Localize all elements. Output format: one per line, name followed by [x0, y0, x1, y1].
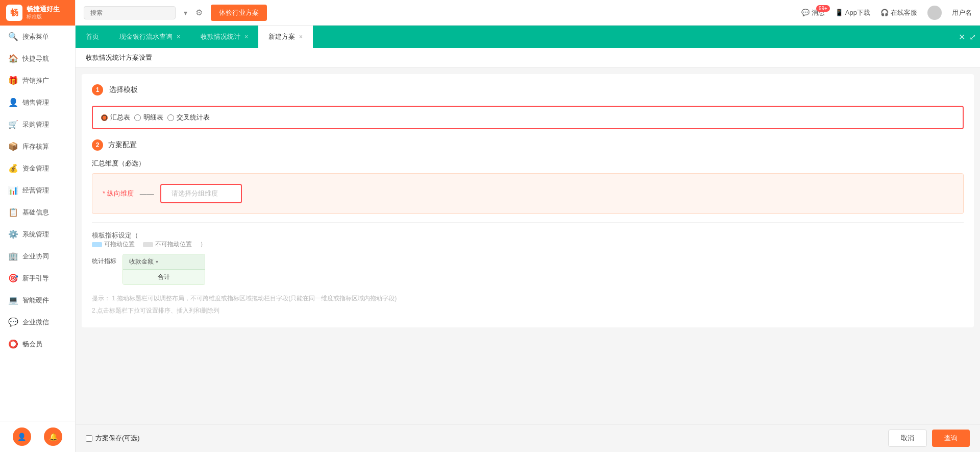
sidebar-item-quick-nav[interactable]: 🏠 快捷导航 — [0, 47, 75, 69]
tab-bank-flow-label: 现金银行流水查询 — [119, 32, 173, 41]
sidebar-item-enterprise-coop[interactable]: 🏢 企业协同 — [0, 245, 75, 267]
tab-bank-flow-close[interactable]: × — [177, 33, 180, 40]
sidebar-bottom-icon-2[interactable]: 🔔 — [44, 427, 62, 446]
logo-text-block: 畅捷通好生 标准版 — [27, 5, 60, 20]
finance-icon: 💰 — [8, 163, 17, 173]
metrics-header-label: 收款金额 — [129, 257, 154, 266]
sidebar-item-finance[interactable]: 💰 资金管理 — [0, 157, 75, 179]
step1-label: 选择模板 — [109, 85, 138, 94]
template-section: 汇总表 明细表 交叉统计表 — [92, 106, 964, 129]
bottom-bar: 方案保存(可选) 取消 查询 — [76, 424, 980, 452]
tabs-bar: 首页 现金银行流水查询 × 收款情况统计 × 新建方案 × ✕ ⤢ — [76, 26, 980, 48]
metrics-section-label: 统计指标 — [92, 257, 116, 266]
sidebar-label-enterprise-coop: 企业协同 — [22, 252, 49, 261]
sidebar-label-basic-info: 基础信息 — [22, 208, 49, 217]
sidebar-label-enterprise-wechat: 企业微信 — [22, 318, 49, 327]
radio-summary[interactable]: 汇总表 — [101, 113, 130, 122]
radio-cross[interactable]: 交叉统计表 — [167, 113, 210, 122]
sidebar-label-marketing: 营销推广 — [22, 76, 49, 85]
online-service-icon: 🎧 — [880, 9, 889, 16]
sidebar-label-member: 畅会员 — [22, 340, 42, 349]
bottom-actions: 取消 查询 — [888, 430, 970, 447]
sidebar-item-smart-hardware[interactable]: 💻 智能硬件 — [0, 289, 75, 311]
app-download-label: App下载 — [845, 8, 870, 17]
sidebar-item-operations[interactable]: 📊 经营管理 — [0, 179, 75, 201]
save-checkbox[interactable]: 方案保存(可选) — [86, 434, 140, 443]
config-section: 2 方案配置 汇总维度（必选） * 纵向维度 —— 请选择分组维度 — [92, 139, 964, 316]
dimension-area: * 纵向维度 —— 请选择分组维度 — [92, 173, 964, 214]
tab-maximize-icon[interactable]: ⤢ — [969, 32, 976, 42]
step1-header: 1 选择模板 — [92, 84, 964, 96]
sidebar-item-enterprise-wechat[interactable]: 💬 企业微信 — [0, 311, 75, 333]
radio-summary-input[interactable] — [101, 114, 108, 121]
trial-button[interactable]: 体验行业方案 — [211, 5, 267, 21]
metrics-chevron-icon[interactable]: ▾ — [156, 259, 158, 265]
sidebar-bottom-icon-1[interactable]: 👤 — [13, 427, 31, 446]
sales-icon: 👤 — [8, 98, 17, 107]
gear-icon[interactable]: ⚙ — [195, 8, 203, 17]
metrics-title: 模板指标设定（ — [92, 231, 138, 239]
sidebar-label-sales: 销售管理 — [22, 98, 49, 107]
hint-line1: 提示： 1.拖动标题栏可以调整布局，不可跨维度或指标区域拖动栏目字段(只能在同一… — [92, 293, 964, 304]
sidebar-item-basic-info[interactable]: 📋 基础信息 — [0, 201, 75, 223]
tab-new-plan[interactable]: 新建方案 × — [258, 26, 313, 48]
radio-detail[interactable]: 明细表 — [134, 113, 163, 122]
tab-home[interactable]: 首页 — [76, 26, 109, 48]
notification-item[interactable]: 💬 消息 99+ — [801, 8, 825, 17]
hint-line2: 2.点击标题栏下拉可设置排序、插入列和删除列 — [92, 305, 964, 317]
tab-new-plan-label: 新建方案 — [268, 32, 295, 41]
search-input[interactable] — [84, 6, 176, 19]
dimension-arrow: —— — [140, 189, 154, 198]
sidebar-label-quick-nav: 快捷导航 — [22, 54, 49, 63]
divider — [92, 222, 964, 223]
sidebar-item-sales[interactable]: 👤 销售管理 — [0, 91, 75, 113]
app-download-item[interactable]: 📱 App下载 — [835, 8, 870, 17]
enterprise-wechat-icon: 💬 — [8, 317, 17, 327]
sidebar-item-new-guide[interactable]: 🎯 新手引导 — [0, 267, 75, 289]
dimension-selector[interactable]: 请选择分组维度 — [160, 184, 242, 203]
save-checkbox-input[interactable] — [86, 435, 92, 442]
tab-close-all-icon[interactable]: ✕ — [959, 32, 965, 42]
cancel-button[interactable]: 取消 — [888, 430, 927, 447]
main-area: ▾ ⚙ 体验行业方案 💬 消息 99+ 📱 App下载 🎧 在线客服 用户名 首… — [76, 0, 980, 452]
radio-cross-label: 交叉统计表 — [177, 113, 210, 122]
online-service-item[interactable]: 🎧 在线客服 — [880, 8, 917, 17]
metrics-subrow-cell: 合计 — [123, 270, 205, 285]
metrics-data-row: 合计 — [123, 270, 205, 285]
dropdown-icon[interactable]: ▾ — [184, 9, 187, 17]
sidebar-item-search-menu[interactable]: 🔍 搜索菜单 — [0, 26, 75, 47]
sidebar-bottom: 👤 🔔 — [0, 421, 75, 452]
sidebar-label-operations: 经营管理 — [22, 186, 49, 195]
query-button[interactable]: 查询 — [932, 430, 970, 447]
sidebar-item-system[interactable]: ⚙️ 系统管理 — [0, 223, 75, 245]
logo-sub-text: 标准版 — [27, 13, 60, 20]
save-checkbox-label: 方案保存(可选) — [95, 434, 140, 443]
tab-receipt-stats[interactable]: 收款情况统计 × — [190, 26, 258, 48]
logo-icon: 畅 — [6, 5, 22, 21]
top-header: ▾ ⚙ 体验行业方案 💬 消息 99+ 📱 App下载 🎧 在线客服 用户名 — [76, 0, 980, 26]
sidebar-nav: 🔍 搜索菜单 🏠 快捷导航 🎁 营销推广 👤 销售管理 🛒 采购管理 📦 库存核… — [0, 26, 75, 421]
purchase-icon: 🛒 — [8, 120, 17, 129]
sidebar-label-inventory: 库存核算 — [22, 142, 49, 151]
sidebar-item-purchase[interactable]: 🛒 采购管理 — [0, 113, 75, 135]
form-card: 1 选择模板 汇总表 明细表 交叉统计表 — [82, 74, 974, 327]
sidebar-label-search-menu: 搜索菜单 — [22, 32, 49, 41]
metrics-header-cell[interactable]: 收款金额 ▾ — [123, 254, 205, 270]
page-title-bar: 收款情况统计方案设置 — [76, 48, 980, 68]
legend-movable: 可拖动位置 — [92, 240, 135, 249]
tab-bank-flow[interactable]: 现金银行流水查询 × — [109, 26, 190, 48]
sidebar-item-inventory[interactable]: 📦 库存核算 — [0, 135, 75, 157]
new-guide-icon: 🎯 — [8, 273, 17, 283]
quick-nav-icon: 🏠 — [8, 54, 17, 63]
radio-detail-input[interactable] — [134, 114, 141, 121]
metrics-header-row: 收款金额 ▾ — [123, 254, 205, 270]
sidebar-item-marketing[interactable]: 🎁 营销推广 — [0, 69, 75, 91]
top-header-right: 💬 消息 99+ 📱 App下载 🎧 在线客服 用户名 — [801, 6, 972, 20]
radio-cross-input[interactable] — [167, 114, 174, 121]
sidebar-label-new-guide: 新手引导 — [22, 274, 49, 283]
tab-new-plan-close[interactable]: × — [299, 33, 303, 40]
legend-fixed-label: 不可拖动位置 — [155, 240, 192, 249]
sidebar-item-member[interactable]: ⭕ 畅会员 — [0, 333, 75, 355]
metrics-table-wrapper: 收款金额 ▾ 合计 — [122, 254, 205, 285]
tab-receipt-stats-close[interactable]: × — [244, 33, 248, 40]
